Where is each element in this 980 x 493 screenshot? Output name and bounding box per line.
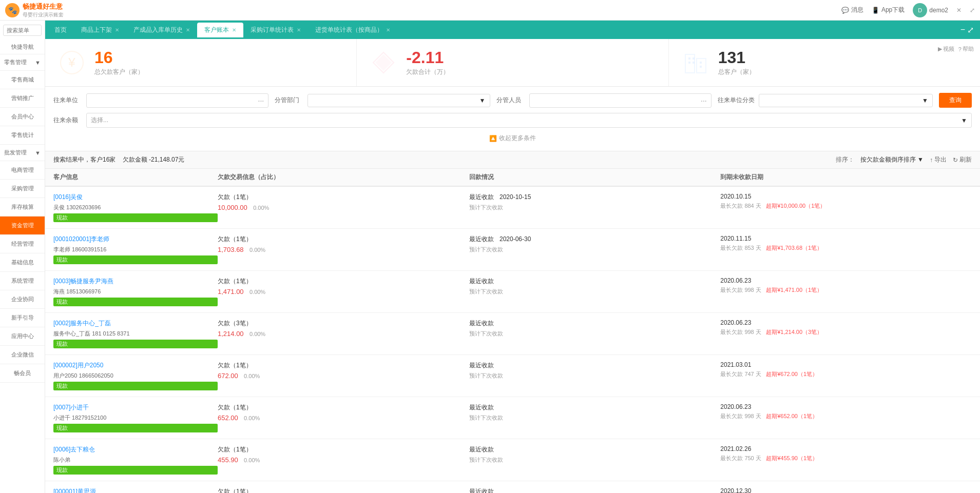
results-text: 搜索结果中，客户16家 bbox=[53, 156, 116, 163]
overdue-amount-1[interactable]: 超期¥1,703.68（1笔） bbox=[766, 245, 822, 251]
tab-instock-stat[interactable]: 进货单统计表（按商品） ✕ bbox=[308, 23, 397, 37]
overdue-amount-5[interactable]: 超期¥652.00（1笔） bbox=[766, 413, 818, 419]
customer-name-1[interactable]: [0001020001]李老师 bbox=[53, 235, 218, 244]
collapse-more-btn[interactable]: 🔼 收起更多条件 bbox=[53, 132, 972, 145]
stat-content-customers: 16 总欠款客户（家） bbox=[94, 49, 144, 76]
filter-select-balance[interactable]: 选择... ▼ bbox=[86, 113, 972, 128]
customer-tag-5: 现款 bbox=[53, 424, 218, 432]
export-btn[interactable]: ↑ 导出 bbox=[930, 155, 947, 164]
sidebar-item-basic-info[interactable]: 基础信息 bbox=[0, 253, 45, 272]
sidebar-item-quick-nav[interactable]: 快捷导航 bbox=[0, 40, 45, 54]
overdue-days-1: 最长欠款 853 天 bbox=[720, 245, 761, 251]
user-area[interactable]: D demo2 bbox=[913, 3, 948, 17]
manager-input[interactable] bbox=[534, 97, 701, 104]
tab-expand-btn[interactable]: ⤢ bbox=[967, 25, 974, 35]
debt-count-3: 欠款（3笔） bbox=[218, 319, 469, 328]
unit-input[interactable] bbox=[91, 97, 258, 104]
tab-collapse-btn[interactable]: − bbox=[960, 25, 965, 34]
search-input[interactable] bbox=[3, 25, 42, 36]
sidebar-item-enterprise-wechat[interactable]: 企业微信 bbox=[0, 346, 45, 364]
tab-instock-stat-close[interactable]: ✕ bbox=[386, 27, 390, 33]
tab-customer-account-close[interactable]: ✕ bbox=[232, 27, 236, 33]
sidebar-item-wholesale-mgmt[interactable]: 批发管理 ▼ bbox=[0, 145, 45, 161]
help-btn[interactable]: ? 帮助 bbox=[958, 45, 974, 53]
tab-bar: 首页 商品上下架 ✕ 产成品入库单历史 ✕ 客户账本 ✕ 采购订单统计表 ✕ bbox=[45, 21, 980, 39]
refresh-btn[interactable]: ↻ 刷新 bbox=[953, 155, 972, 164]
debt-info-4: 欠款（1笔） 672.00 0.00% bbox=[218, 361, 469, 380]
customer-info-6: [0006]去下粮仓 陈小弟 现款 bbox=[53, 445, 218, 475]
sidebar-item-app-center[interactable]: 应用中心 bbox=[0, 327, 45, 346]
tab-purchase-order-close[interactable]: ✕ bbox=[297, 27, 301, 33]
last-payment-5: 最近收款 bbox=[469, 403, 721, 412]
sidebar-item-operations[interactable]: 经营管理 bbox=[0, 235, 45, 253]
sidebar-item-purchase[interactable]: 采购管理 bbox=[0, 180, 45, 198]
tab-produce-instock-close[interactable]: ✕ bbox=[186, 27, 190, 33]
svg-rect-8 bbox=[688, 62, 690, 64]
overdue-amount-3[interactable]: 超期¥1,214.00（3笔） bbox=[766, 329, 822, 335]
customer-name-3[interactable]: [0002]服务中心_丁磊 bbox=[53, 319, 218, 328]
window-close-btn[interactable]: ✕ bbox=[956, 7, 962, 14]
col-recovery: 回款情况 bbox=[469, 173, 721, 182]
overdue-amount-0[interactable]: 超期¥10,000.00（1笔） bbox=[766, 203, 825, 209]
tab-home[interactable]: 首页 bbox=[47, 23, 74, 37]
sidebar-item-ecommerce[interactable]: 电商管理 bbox=[0, 161, 45, 180]
filter-input-manager[interactable]: ··· bbox=[529, 93, 712, 108]
message-btn[interactable]: 💬 消息 bbox=[841, 6, 863, 14]
stat-card-total: 131 总客户（家） ▶ 视频 ? 帮助 bbox=[669, 39, 980, 86]
overdue-row-4: 最长欠款 747 天 超期¥672.00（1笔） bbox=[720, 370, 972, 378]
sidebar-item-retail-mall[interactable]: 零售商城 bbox=[0, 71, 45, 89]
tab-product-offsale-close[interactable]: ✕ bbox=[115, 27, 119, 33]
sidebar-item-new-guide[interactable]: 新手引导 bbox=[0, 309, 45, 327]
recovery-info-1: 最近收款 2020-06-30 预计下次收款 bbox=[469, 235, 721, 253]
logo-text: 畅捷通好生意 bbox=[23, 2, 64, 11]
sidebar-item-inventory[interactable]: 库存核算 bbox=[0, 198, 45, 216]
overdue-amount-4[interactable]: 超期¥672.00（1笔） bbox=[766, 371, 818, 377]
sidebar-item-member-center[interactable]: 会员中心 bbox=[0, 108, 45, 126]
debt-amount-row-1: 1,703.68 0.00% bbox=[218, 246, 469, 253]
filter-group-balance: 往来余额 选择... ▼ bbox=[53, 113, 972, 128]
stat-card-actions: ▶ 视频 ? 帮助 bbox=[938, 45, 974, 53]
stat-content-total: 131 总客户（家） bbox=[718, 49, 755, 76]
filter-input-unit[interactable]: ··· bbox=[86, 93, 268, 108]
sidebar-item-vip[interactable]: 畅会员 bbox=[0, 364, 45, 383]
tab-customer-account[interactable]: 客户账本 ✕ bbox=[197, 23, 243, 37]
sidebar-item-system[interactable]: 系统管理 bbox=[0, 272, 45, 290]
sidebar-item-enterprise-collab[interactable]: 企业协同 bbox=[0, 290, 45, 309]
video-btn[interactable]: ▶ 视频 bbox=[938, 45, 954, 53]
tab-product-offsale[interactable]: 商品上下架 ✕ bbox=[74, 23, 126, 37]
customer-name-6[interactable]: [0006]去下粮仓 bbox=[53, 445, 218, 454]
window-maximize-btn[interactable]: ⤢ bbox=[970, 7, 975, 14]
customer-name-7[interactable]: [000001]黄思源 bbox=[53, 487, 218, 493]
overdue-amount-2[interactable]: 超期¥1,471.00（1笔） bbox=[766, 287, 822, 293]
sidebar-item-retail-stats[interactable]: 零售统计 bbox=[0, 126, 45, 145]
tab-produce-instock[interactable]: 产成品入库单历史 ✕ bbox=[126, 23, 197, 37]
retail-mgmt-label: 零售管理 bbox=[4, 58, 27, 66]
stat-content-debt: -2.11 欠款合计（万） bbox=[406, 49, 449, 76]
table-row: [000001]黄思源 黄思源 13552700226 现款 欠款（1笔） 42… bbox=[45, 481, 980, 493]
customer-name-5[interactable]: [0007]小进千 bbox=[53, 403, 218, 412]
due-date-6: 2021.02.26 bbox=[720, 445, 972, 452]
sidebar-item-finance[interactable]: 资金管理 bbox=[0, 216, 45, 235]
tab-purchase-order[interactable]: 采购订单统计表 ✕ bbox=[243, 23, 308, 37]
overdue-amount-6[interactable]: 超期¥455.90（1笔） bbox=[766, 455, 818, 461]
filter-row-2: 往来余额 选择... ▼ bbox=[53, 113, 972, 128]
filter-select-category[interactable]: ▼ bbox=[759, 94, 933, 107]
customer-tag-2: 现款 bbox=[53, 298, 218, 306]
sidebar-search-area bbox=[0, 21, 45, 40]
debt-percent-5: 0.00% bbox=[244, 415, 260, 421]
overdue-days-6: 最长欠款 750 天 bbox=[720, 455, 761, 461]
overdue-days-0: 最长欠款 884 天 bbox=[720, 203, 761, 209]
sidebar-item-marketing[interactable]: 营销推广 bbox=[0, 89, 45, 108]
sort-select[interactable]: 按欠款金额倒序排序 ▼ bbox=[860, 155, 924, 164]
customer-name-4[interactable]: [000002]用户2050 bbox=[53, 361, 218, 370]
search-button[interactable]: 查询 bbox=[939, 93, 972, 108]
debt-percent-3: 0.00% bbox=[249, 331, 265, 337]
customer-name-0[interactable]: [0016]吴俊 bbox=[53, 193, 218, 202]
app-download-btn[interactable]: 📱 App下载 bbox=[872, 6, 905, 14]
sidebar-item-retail-mgmt[interactable]: 零售管理 ▼ bbox=[0, 54, 45, 71]
filter-select-dept[interactable]: ▼ bbox=[308, 94, 490, 107]
customer-info-5: [0007]小进千 小进千 18279152100 现款 bbox=[53, 403, 218, 432]
tab-customer-account-label: 客户账本 bbox=[204, 26, 229, 34]
customer-name-2[interactable]: [0003]畅捷服务尹海燕 bbox=[53, 277, 218, 286]
filter-label-category: 往来单位分类 bbox=[718, 96, 755, 105]
